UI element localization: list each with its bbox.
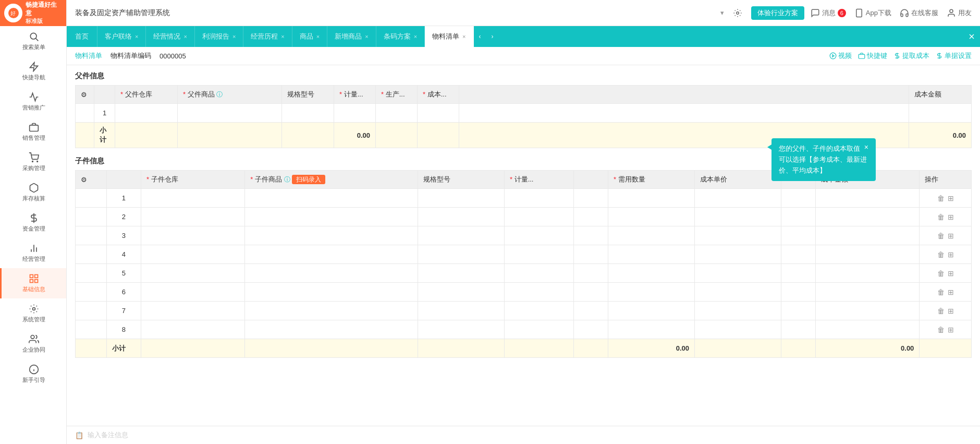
child-row-needed-qty[interactable] bbox=[608, 264, 695, 283]
tab-profit-close[interactable]: × bbox=[232, 33, 236, 40]
child-row-unit[interactable] bbox=[504, 245, 573, 264]
nav-next-arrow[interactable]: › bbox=[486, 30, 499, 43]
tooltip-close-button[interactable]: × bbox=[864, 143, 868, 151]
child-row-product[interactable] bbox=[245, 189, 418, 208]
child-row-unit-cost[interactable] bbox=[694, 320, 781, 339]
child-row-unit[interactable] bbox=[504, 264, 573, 283]
child-row-product[interactable] bbox=[245, 283, 418, 302]
tab-barcode[interactable]: 条码方案 × bbox=[376, 26, 425, 47]
child-row-unit-cost[interactable] bbox=[694, 264, 781, 283]
trial-button[interactable]: 体验行业方案 bbox=[751, 6, 804, 20]
child-row-unit-cost[interactable] bbox=[694, 283, 781, 302]
child-row-unit-cost[interactable] bbox=[694, 208, 781, 226]
tab-bom-close[interactable]: × bbox=[462, 33, 466, 40]
tab-bom[interactable]: 物料清单 × bbox=[425, 26, 473, 47]
child-row-warehouse[interactable] bbox=[141, 302, 245, 320]
delete-row-button[interactable]: 🗑 bbox=[937, 288, 945, 296]
child-row-unit-cost[interactable] bbox=[694, 302, 781, 320]
child-row-spec[interactable] bbox=[418, 245, 505, 264]
video-button[interactable]: 视频 bbox=[829, 51, 852, 61]
child-row-spec[interactable] bbox=[418, 189, 505, 208]
child-row-unit[interactable] bbox=[504, 302, 573, 320]
sidebar-item-finance[interactable]: 资金管理 bbox=[0, 208, 66, 238]
child-row-warehouse[interactable] bbox=[141, 208, 245, 226]
delete-row-button[interactable]: 🗑 bbox=[937, 232, 945, 240]
copy-row-button[interactable]: ⊞ bbox=[948, 288, 954, 296]
parent-row-spec[interactable] bbox=[282, 104, 334, 123]
doc-settings-button[interactable]: 单据设置 bbox=[936, 51, 972, 61]
scan-input-button[interactable]: 扫码录入 bbox=[292, 175, 325, 184]
tab-home[interactable]: 首页 bbox=[67, 26, 97, 47]
breadcrumb-bom[interactable]: 物料清单 bbox=[75, 51, 102, 61]
parent-th-gear[interactable]: ⚙ bbox=[76, 86, 94, 104]
online-service-button[interactable]: 在线客服 bbox=[900, 8, 938, 18]
child-row-product[interactable] bbox=[245, 226, 418, 245]
child-row-unit[interactable] bbox=[504, 283, 573, 302]
copy-row-button[interactable]: ⊞ bbox=[948, 194, 954, 202]
child-row-warehouse[interactable] bbox=[141, 245, 245, 264]
tab-profit[interactable]: 利润报告 × bbox=[195, 26, 243, 47]
tab-operations-close[interactable]: × bbox=[183, 33, 187, 40]
tab-customer[interactable]: 客户联络 × bbox=[97, 26, 146, 47]
sidebar-item-quicknav[interactable]: 快捷导航 bbox=[0, 56, 66, 87]
child-row-unit[interactable] bbox=[504, 189, 573, 208]
tab-history[interactable]: 经营历程 × bbox=[243, 26, 292, 47]
dropdown-arrow-icon[interactable]: ▾ bbox=[720, 9, 724, 17]
delete-row-button[interactable]: 🗑 bbox=[937, 194, 945, 202]
message-button[interactable]: 消息 6 bbox=[811, 8, 846, 18]
parent-row-unit[interactable] bbox=[334, 104, 376, 123]
sidebar-item-inventory[interactable]: 库存核算 bbox=[0, 177, 66, 208]
child-row-spec[interactable] bbox=[418, 320, 505, 339]
tab-new-goods[interactable]: 新增商品 × bbox=[327, 26, 376, 47]
user-button[interactable]: 用友 bbox=[947, 8, 972, 18]
close-all-tabs-button[interactable] bbox=[963, 26, 980, 47]
parent-row-warehouse[interactable] bbox=[115, 104, 178, 123]
child-row-spec[interactable] bbox=[418, 226, 505, 245]
app-download-button[interactable]: App下载 bbox=[854, 8, 891, 18]
sidebar-item-marketing[interactable]: 营销推广 bbox=[0, 87, 66, 117]
child-row-needed-qty[interactable] bbox=[608, 283, 695, 302]
copy-row-button[interactable]: ⊞ bbox=[948, 213, 954, 221]
sidebar-item-purchase[interactable]: 采购管理 bbox=[0, 147, 66, 177]
parent-row-production[interactable] bbox=[376, 104, 418, 123]
tab-new-goods-close[interactable]: × bbox=[365, 33, 368, 40]
child-row-unit-cost[interactable] bbox=[694, 245, 781, 264]
child-row-needed-qty[interactable] bbox=[608, 320, 695, 339]
child-row-warehouse[interactable] bbox=[141, 226, 245, 245]
child-row-product[interactable] bbox=[245, 264, 418, 283]
child-row-spec[interactable] bbox=[418, 302, 505, 320]
child-row-product[interactable] bbox=[245, 208, 418, 226]
sidebar-item-basic-info[interactable]: 基础信息 bbox=[0, 268, 66, 298]
child-row-warehouse[interactable] bbox=[141, 189, 245, 208]
sidebar-item-sales[interactable]: 销售管理 bbox=[0, 117, 66, 147]
child-row-unit[interactable] bbox=[504, 208, 573, 226]
nav-prev-arrow[interactable]: ‹ bbox=[474, 30, 486, 43]
delete-row-button[interactable]: 🗑 bbox=[937, 307, 945, 315]
tab-customer-close[interactable]: × bbox=[135, 33, 138, 40]
sidebar-item-operations-mgmt[interactable]: 经营管理 bbox=[0, 238, 66, 268]
sidebar-item-system[interactable]: 系统管理 bbox=[0, 298, 66, 329]
child-row-warehouse[interactable] bbox=[141, 264, 245, 283]
tab-history-close[interactable]: × bbox=[281, 33, 284, 40]
sidebar-item-cooperation[interactable]: 企业协同 bbox=[0, 329, 66, 359]
delete-row-button[interactable]: 🗑 bbox=[937, 213, 945, 221]
child-row-needed-qty[interactable] bbox=[608, 208, 695, 226]
copy-row-button[interactable]: ⊞ bbox=[948, 269, 954, 278]
child-row-spec[interactable] bbox=[418, 208, 505, 226]
child-row-warehouse[interactable] bbox=[141, 320, 245, 339]
delete-row-button[interactable]: 🗑 bbox=[937, 269, 945, 278]
sidebar-item-search[interactable]: 搜索菜单 bbox=[0, 26, 66, 56]
copy-row-button[interactable]: ⊞ bbox=[948, 326, 954, 334]
tab-goods-close[interactable]: × bbox=[316, 33, 320, 40]
extract-cost-button[interactable]: 提取成本 bbox=[893, 51, 929, 61]
copy-row-button[interactable]: ⊞ bbox=[948, 232, 954, 240]
copy-row-button[interactable]: ⊞ bbox=[948, 307, 954, 315]
delete-row-button[interactable]: 🗑 bbox=[937, 250, 945, 259]
child-row-unit-cost[interactable] bbox=[694, 189, 781, 208]
parent-row-cost[interactable] bbox=[418, 104, 459, 123]
child-row-spec[interactable] bbox=[418, 283, 505, 302]
child-row-needed-qty[interactable] bbox=[608, 302, 695, 320]
child-row-unit-cost[interactable] bbox=[694, 226, 781, 245]
child-row-unit[interactable] bbox=[504, 226, 573, 245]
sidebar-item-guide[interactable]: 新手引导 bbox=[0, 359, 66, 389]
